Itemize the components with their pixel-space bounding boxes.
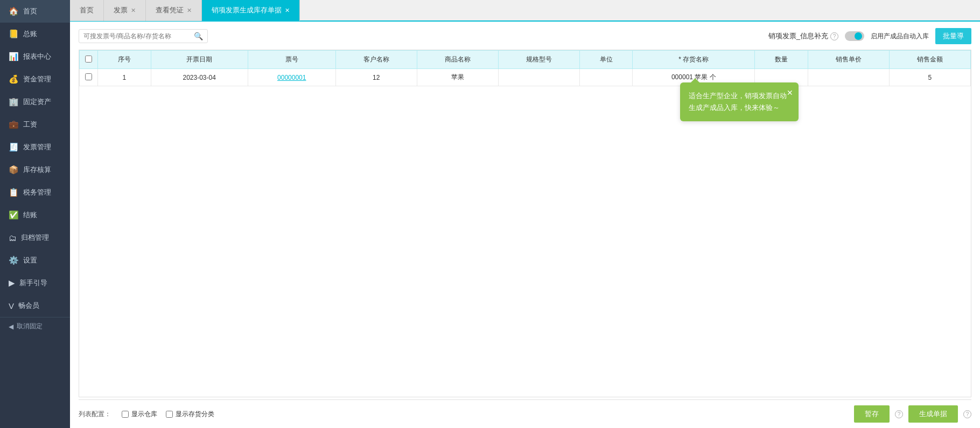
save-help-icon[interactable]: ? <box>895 410 903 418</box>
sidebar-item-label: 结账 <box>23 210 37 220</box>
col-qty: 数量 <box>755 51 808 69</box>
row-checkbox-cell[interactable] <box>80 69 98 86</box>
gear-icon: ⚙️ <box>9 256 19 265</box>
sidebar-item-fixed-assets[interactable]: 🏢 固定资产 <box>0 91 70 113</box>
search-box[interactable]: 🔍 <box>79 29 208 43</box>
toolbar: 🔍 销项发票_信息补充 ? 启用产成品自动入库 批量導 <box>79 28 971 44</box>
guide-icon: ▶ <box>9 278 15 288</box>
batch-button[interactable]: 批量導 <box>935 28 971 44</box>
sidebar-item-settlement[interactable]: ✅ 结账 <box>0 204 70 226</box>
sidebar-item-funds[interactable]: 💰 资金管理 <box>0 68 70 91</box>
table-row: 1 2023-03-04 00000001 12 苹果 000001 苹果 个 … <box>80 69 971 86</box>
cell-product: 苹果 <box>417 69 498 86</box>
tab-voucher-close[interactable]: ✕ <box>187 7 192 14</box>
info-icon[interactable]: ? <box>830 32 838 40</box>
sidebar-item-label: 工资 <box>23 120 37 129</box>
sidebar-item-label: 发票管理 <box>23 142 51 152</box>
sidebar-item-invoice-mgmt[interactable]: 🧾 发票管理 <box>0 136 70 158</box>
sidebar-item-ledger[interactable]: 📒 总账 <box>0 23 70 45</box>
tooltip-text: 适合生产型企业，销项发票自动生成产成品入库，快来体验～ <box>689 92 787 112</box>
cell-ticket-no[interactable]: 00000001 <box>248 69 335 86</box>
collapse-label: 取消固定 <box>17 322 43 331</box>
tab-voucher[interactable]: 查看凭证 ✕ <box>146 0 202 21</box>
sidebar: 🏠 首页 📒 总账 📊 报表中心 💰 资金管理 🏢 固定资产 💼 工资 🧾 发票… <box>0 0 70 428</box>
sidebar-item-inventory[interactable]: 📦 库存核算 <box>0 158 70 181</box>
payroll-icon: 💼 <box>9 120 19 129</box>
bottom-actions: 暂存 ? 生成单据 ? <box>854 405 971 423</box>
collapse-icon: ◀ <box>9 323 13 330</box>
invoice-icon: 🧾 <box>9 142 19 152</box>
sidebar-item-label: 总账 <box>23 29 37 39</box>
auto-warehousing-toggle[interactable] <box>845 31 864 41</box>
sidebar-item-label: 报表中心 <box>23 52 51 61</box>
show-warehouse-checkbox[interactable] <box>122 411 129 418</box>
col-spec: 规格型号 <box>498 51 579 69</box>
archive-icon: 🗂 <box>9 233 17 243</box>
tab-bar: 首页 发票 ✕ 查看凭证 ✕ 销项发票生成库存单据 ✕ <box>70 0 980 22</box>
cell-customer: 12 <box>335 69 417 86</box>
tooltip-close-btn[interactable]: ✕ <box>787 87 793 100</box>
show-category-label: 显示存货分类 <box>176 410 214 419</box>
inventory-icon: 📦 <box>9 165 19 175</box>
col-unit: 单位 <box>579 51 633 69</box>
vip-icon: V <box>9 301 14 310</box>
sidebar-item-label: 畅会员 <box>18 301 39 310</box>
show-warehouse-label: 显示仓库 <box>131 410 157 419</box>
tooltip-popup: ✕ 适合生产型企业，销项发票自动生成产成品入库，快来体验～ <box>680 82 799 121</box>
save-button[interactable]: 暂存 <box>854 405 890 423</box>
tax-icon: 📋 <box>9 188 19 197</box>
sidebar-item-guide[interactable]: ▶ 新手引导 <box>0 272 70 294</box>
col-amount: 销售金额 <box>889 51 970 69</box>
data-table-wrap: 序号 开票日期 票号 客户名称 商品名称 规格型号 单位 * 存货名称 数量 销… <box>79 50 971 397</box>
sidebar-item-label: 资金管理 <box>23 74 51 84</box>
fixed-assets-icon: 🏢 <box>9 97 19 107</box>
home-icon: 🏠 <box>9 6 19 16</box>
data-table: 序号 开票日期 票号 客户名称 商品名称 规格型号 单位 * 存货名称 数量 销… <box>79 50 971 86</box>
cell-amount: 5 <box>889 69 970 86</box>
tab-invoice[interactable]: 发票 ✕ <box>104 0 146 21</box>
col-inventory: * 存货名称 <box>633 51 755 69</box>
tab-invoice-label: 发票 <box>114 5 128 15</box>
show-category-checkbox-item[interactable]: 显示存货分类 <box>166 410 214 419</box>
funds-icon: 💰 <box>9 74 19 84</box>
select-all-header[interactable] <box>80 51 98 69</box>
toggle-thumb <box>855 32 862 40</box>
sidebar-item-label: 固定资产 <box>23 97 51 107</box>
sidebar-item-settings[interactable]: ⚙️ 设置 <box>0 249 70 272</box>
tab-home-label: 首页 <box>80 5 94 15</box>
ledger-icon: 📒 <box>9 29 19 39</box>
tab-cancel-invoice[interactable]: 销项发票生成库存单据 ✕ <box>202 0 300 21</box>
cell-unit-price <box>808 69 889 86</box>
col-product: 商品名称 <box>417 51 498 69</box>
tab-home[interactable]: 首页 <box>70 0 104 21</box>
sidebar-item-label: 归档管理 <box>21 233 49 243</box>
cell-spec <box>498 69 579 86</box>
sidebar-item-tax[interactable]: 📋 税务管理 <box>0 181 70 204</box>
sidebar-item-vip[interactable]: V 畅会员 <box>0 294 70 317</box>
tab-invoice-close[interactable]: ✕ <box>131 7 136 14</box>
select-all-checkbox[interactable] <box>85 56 92 63</box>
main-area: 首页 发票 ✕ 查看凭证 ✕ 销项发票生成库存单据 ✕ 🔍 销项发票_信息补充 <box>70 0 980 428</box>
sidebar-item-reports[interactable]: 📊 报表中心 <box>0 45 70 68</box>
col-date: 开票日期 <box>151 51 248 69</box>
col-ticket-no: 票号 <box>248 51 335 69</box>
tab-voucher-label: 查看凭证 <box>156 5 184 15</box>
sidebar-item-label: 库存核算 <box>23 165 51 175</box>
cell-unit <box>579 69 633 86</box>
row-checkbox[interactable] <box>85 73 92 80</box>
sidebar-item-label: 首页 <box>23 6 37 16</box>
generate-help-icon[interactable]: ? <box>963 410 971 418</box>
sidebar-item-payroll[interactable]: 💼 工资 <box>0 113 70 136</box>
tab-cancel-invoice-close[interactable]: ✕ <box>285 7 290 14</box>
generate-button[interactable]: 生成单据 <box>908 405 958 423</box>
show-warehouse-checkbox-item[interactable]: 显示仓库 <box>122 410 157 419</box>
cell-seq: 1 <box>98 69 151 86</box>
sidebar-item-home[interactable]: 🏠 首页 <box>0 0 70 23</box>
reports-icon: 📊 <box>9 52 19 61</box>
sidebar-item-label: 设置 <box>23 256 37 265</box>
show-category-checkbox[interactable] <box>166 411 173 418</box>
search-input[interactable] <box>83 32 191 40</box>
sidebar-collapse-btn[interactable]: ◀ 取消固定 <box>0 317 70 335</box>
sidebar-item-archive[interactable]: 🗂 归档管理 <box>0 226 70 249</box>
tab-cancel-invoice-label: 销项发票生成库存单据 <box>212 5 282 15</box>
